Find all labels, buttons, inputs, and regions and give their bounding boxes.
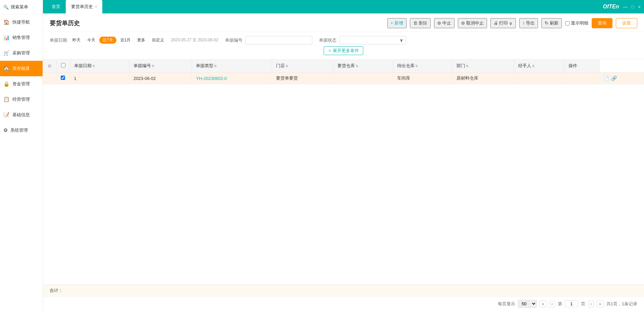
settings-button[interactable]: 设置 [616,18,637,28]
docno-link[interactable]: YH-20230602-0 [196,76,227,81]
next-page-btn[interactable]: › [588,301,594,307]
date-btn-yesterday[interactable]: 昨天 [70,37,83,44]
sort-icon-handler[interactable]: ⇅ [532,64,535,68]
status-filter-select[interactable]: ∨ [339,36,406,44]
expand-more-row: ∨ 展开更多条件 [50,46,637,55]
sidebar-item-inventory[interactable]: 🏠 库存核算 [0,61,43,76]
date-range-display: 2023-05-27 至 2023-06-02 [171,37,218,43]
sidebar-item-label: 经营管理 [12,96,30,102]
display-detail-toggle[interactable]: 显示明细 [565,20,588,26]
stop-button[interactable]: ⊘ 中止 [434,18,454,28]
col-header-type: 单据类型⇅ [192,59,272,73]
export-button[interactable]: ↑ 导出 [519,18,538,28]
doc-icon: 📝 [3,112,10,118]
brand-text: OfTEn [603,4,619,10]
docno-filter-label: 单据编号 [225,37,243,43]
new-btn-label: + 新增 [391,20,403,26]
print-arrow-icon: ∨ [509,21,513,26]
sidebar-item-quick-nav[interactable]: 🏠 快捷导航 [0,14,43,30]
export-btn-label: ↑ 导出 [523,20,535,26]
sort-icon-docno[interactable]: ⇅ [152,64,154,68]
date-btn-custom[interactable]: 自定义 [149,37,167,44]
sort-icon-date[interactable]: ⇅ [92,64,95,68]
sort-icon-store[interactable]: ⇅ [285,64,288,68]
main-area: 首页 要货单历史 × OfTEn — □ × 要货单历史 + 新增 🗑 删除 [43,0,644,311]
col-handler-label: 经手人 [518,63,531,68]
action-view-icon[interactable]: 📄 [603,76,609,81]
col-header-gear[interactable]: ⚙ [43,59,56,73]
per-page-label: 每页显示 [498,301,515,307]
sidebar-item-label: 库存核算 [12,65,30,72]
date-btn-7days[interactable]: 近7天 [99,37,116,44]
date-btn-more[interactable]: 更多 [135,37,148,44]
sort-icon-type[interactable]: ⇅ [214,64,217,68]
sort-icon-dest-warehouse[interactable]: ⇅ [415,64,418,68]
new-button[interactable]: + 新增 [387,18,407,28]
page-input[interactable] [565,300,578,307]
chevron-down-icon: ∨ [400,38,403,43]
sort-icon-req-warehouse[interactable]: ⇅ [356,64,358,68]
table-footer: 合计： [43,284,644,296]
tab-active[interactable]: 要货单历史 × [66,0,102,13]
sidebar-item-basic-info[interactable]: 📝 基础信息 [0,107,43,123]
date-buttons: 昨天 今天 近7天 近1月 更多 自定义 [70,37,167,44]
sidebar-item-system[interactable]: ⚙ 系统管理 [0,123,43,138]
table-area: ⚙ 单据日期⇅ 单据编号⇅ 单据类型⇅ [43,59,644,284]
cell-checkbox[interactable] [56,73,70,84]
close-window-icon[interactable]: × [638,4,641,9]
gear-icon: ⚙ [3,127,8,133]
cart-icon: 🛒 [3,50,10,56]
per-page-select[interactable]: 50 10 20 100 [518,300,537,308]
refresh-button[interactable]: ↻ 刷新 [541,18,562,28]
action-link-icon[interactable]: 🔗 [611,76,617,81]
sidebar-item-operations[interactable]: 📋 经营管理 [0,92,43,107]
sidebar-item-label: 资金管理 [12,81,30,87]
sort-icon-dept[interactable]: ⇅ [466,64,469,68]
prev-page-btn[interactable]: ‹ [549,301,555,307]
first-page-btn[interactable]: « [539,301,546,307]
date-btn-1month[interactable]: 近1月 [118,37,133,44]
col-req-warehouse-label: 要货仓库 [337,63,355,68]
tab-close-icon[interactable]: × [95,5,97,9]
maximize-icon[interactable]: □ [632,4,634,9]
filter-group-status: 单据状态 ∨ [319,36,406,44]
col-type-label: 单据类型 [196,63,213,68]
cell-dest-warehouse: 原材料仓库 [452,73,514,84]
tab-home[interactable]: 首页 [46,0,66,13]
sidebar-item-finance[interactable]: 🔒 资金管理 [0,76,43,92]
sidebar: 🔍 搜索菜单 🏠 快捷导航 📊 销售管理 🛒 采购管理 🏠 库存核算 🔒 资金管… [0,0,43,311]
sidebar-search[interactable]: 🔍 搜索菜单 [0,0,43,14]
delete-button[interactable]: 🗑 删除 [410,18,431,28]
col-docno-label: 单据编号 [133,63,151,68]
filter-group-date: 单据日期 昨天 今天 近7天 近1月 更多 自定义 2023-05-27 至 2… [50,37,218,44]
sidebar-item-sales[interactable]: 📊 销售管理 [0,30,43,45]
sidebar-item-label: 快捷导航 [12,19,30,25]
display-detail-checkbox[interactable] [565,21,570,26]
data-table: ⚙ 单据日期⇅ 单据编号⇅ 单据类型⇅ [43,59,644,84]
filter-row-1: 单据日期 昨天 今天 近7天 近1月 更多 自定义 2023-05-27 至 2… [50,36,637,44]
page-label: 第 [558,301,562,307]
col-header-handler: 经手人⇅ [514,59,565,73]
col-header-checkbox[interactable] [56,59,70,73]
row-checkbox[interactable] [61,76,65,80]
docno-filter-input[interactable] [245,36,312,44]
print-button[interactable]: 🖨 打印 ∨ [490,18,516,28]
cell-dept [514,73,565,84]
col-operations-label: 操作 [569,63,577,68]
query-button[interactable]: 查询 [592,18,612,28]
table-gear-icon[interactable]: ⚙ [48,63,52,69]
cancel-stop-button[interactable]: ⊘ 取消中止 [458,18,487,28]
select-all-checkbox[interactable] [61,63,65,68]
cell-index: 1 [70,73,129,84]
minimize-icon[interactable]: — [623,4,628,9]
col-dest-warehouse-label: 待出仓库 [397,63,415,68]
cell-docno[interactable]: YH-20230602-0 [192,73,272,84]
chart-icon: 📊 [3,35,10,41]
display-detail-label: 显示明细 [571,20,588,26]
sidebar-search-label: 搜索菜单 [11,4,28,10]
date-btn-today[interactable]: 今天 [85,37,98,44]
expand-more-button[interactable]: ∨ 展开更多条件 [324,46,364,55]
date-filter-label: 单据日期 [50,37,67,43]
sidebar-item-purchase[interactable]: 🛒 采购管理 [0,45,43,61]
last-page-btn[interactable]: » [597,301,604,307]
